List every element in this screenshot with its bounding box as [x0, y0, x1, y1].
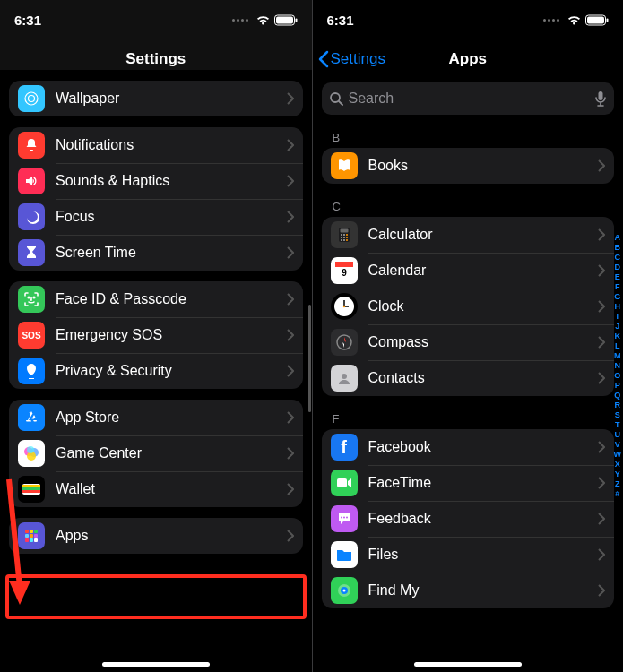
index-letter[interactable]: X — [614, 460, 622, 470]
index-letter[interactable]: G — [614, 292, 622, 302]
index-letter[interactable]: I — [614, 312, 622, 322]
index-letter[interactable]: A — [614, 233, 622, 243]
chevron-right-icon — [287, 92, 294, 105]
faceid-icon — [18, 286, 45, 313]
row-screentime[interactable]: Screen Time — [9, 235, 303, 271]
row-books[interactable]: Books — [322, 148, 615, 184]
index-letter[interactable]: M — [614, 351, 622, 361]
svg-rect-33 — [340, 229, 348, 233]
index-letter[interactable]: T — [614, 420, 622, 430]
row-label: Screen Time — [56, 245, 287, 261]
svg-marker-54 — [348, 478, 351, 487]
home-indicator[interactable] — [414, 662, 522, 667]
index-letter[interactable]: V — [614, 440, 622, 450]
index-letter[interactable]: R — [614, 401, 622, 410]
sos-icon: SOS — [18, 322, 45, 349]
row-compass[interactable]: Compass — [322, 324, 615, 360]
row-feedback[interactable]: Feedback — [322, 501, 615, 537]
home-indicator[interactable] — [102, 662, 210, 667]
svg-rect-2 — [295, 18, 297, 22]
row-label: Notifications — [56, 137, 287, 153]
index-letter[interactable]: W — [614, 450, 622, 460]
row-wallpaper[interactable]: Wallpaper — [9, 81, 303, 116]
index-letter[interactable]: N — [614, 361, 622, 371]
svg-point-60 — [342, 590, 345, 592]
row-sounds[interactable]: Sounds & Haptics — [9, 163, 303, 199]
chevron-right-icon — [598, 300, 605, 313]
row-wallet[interactable]: Wallet — [9, 471, 303, 507]
svg-point-10 — [27, 446, 34, 453]
settings-root-screen: 6:31 Settings Wallpaper — [0, 0, 312, 672]
svg-rect-14 — [22, 490, 40, 493]
group-apps: Apps — [9, 518, 303, 554]
chevron-right-icon — [598, 441, 605, 453]
index-letter[interactable]: U — [614, 430, 622, 440]
row-clock[interactable]: Clock — [322, 289, 615, 324]
back-button[interactable]: Settings — [313, 50, 385, 68]
search-input[interactable] — [349, 90, 590, 107]
row-label: Sounds & Haptics — [56, 173, 287, 189]
cellular-dots-icon — [232, 19, 248, 22]
row-label: Face ID & Passcode — [56, 291, 287, 307]
svg-rect-13 — [22, 487, 40, 490]
index-letter[interactable]: K — [614, 332, 622, 341]
svg-rect-21 — [25, 538, 29, 542]
svg-rect-27 — [587, 16, 604, 23]
group-appstore: App Store Game Center Wallet — [9, 400, 303, 507]
mic-icon[interactable] — [594, 90, 607, 107]
chevron-right-icon — [598, 584, 605, 597]
search-field[interactable] — [322, 82, 615, 115]
row-privacy[interactable]: Privacy & Security — [9, 353, 303, 389]
row-apps[interactable]: Apps — [9, 518, 303, 554]
row-calculator[interactable]: Calculator — [322, 217, 615, 253]
row-facetime[interactable]: FaceTime — [322, 465, 615, 501]
cellular-dots-icon — [543, 19, 559, 22]
wifi-icon — [255, 14, 271, 26]
index-letter[interactable]: H — [614, 302, 622, 312]
sounds-icon — [18, 168, 45, 194]
contacts-icon — [331, 365, 358, 392]
index-letter[interactable]: O — [614, 371, 622, 381]
status-time: 6:31 — [14, 13, 41, 28]
row-gamecenter[interactable]: Game Center — [9, 435, 303, 471]
index-letter[interactable]: F — [614, 282, 622, 292]
row-faceid[interactable]: Face ID & Passcode — [9, 281, 303, 317]
status-time: 6:31 — [327, 13, 354, 28]
svg-rect-23 — [34, 538, 38, 542]
notifications-icon — [18, 132, 45, 159]
index-letter[interactable]: E — [614, 272, 622, 282]
svg-rect-15 — [25, 530, 29, 533]
svg-line-30 — [339, 101, 342, 105]
index-letter[interactable]: D — [614, 263, 622, 272]
row-calendar[interactable]: 9 Calendar — [322, 253, 615, 289]
row-label: Books — [368, 158, 599, 174]
index-letter[interactable]: C — [614, 253, 622, 263]
row-files[interactable]: Files — [322, 537, 615, 573]
chevron-right-icon — [598, 477, 605, 489]
row-focus[interactable]: Focus — [9, 199, 303, 235]
svg-point-57 — [346, 517, 348, 519]
index-letter[interactable]: S — [614, 410, 622, 420]
index-letter[interactable]: Z — [614, 479, 622, 489]
svg-point-56 — [343, 517, 345, 519]
row-contacts[interactable]: Contacts — [322, 360, 615, 396]
svg-point-34 — [341, 234, 342, 236]
row-notifications[interactable]: Notifications — [9, 127, 303, 163]
index-letter[interactable]: # — [614, 489, 622, 499]
row-appstore[interactable]: App Store — [9, 400, 303, 435]
svg-text:9: 9 — [342, 268, 347, 278]
alpha-index-bar[interactable]: ABCDEFGHIJKLMNOPQRSTUVWXYZ# — [614, 233, 622, 499]
row-findmy[interactable]: Find My — [322, 573, 615, 608]
index-letter[interactable]: J — [614, 322, 622, 332]
row-sos[interactable]: SOS Emergency SOS — [9, 317, 303, 353]
scroll-indicator[interactable] — [308, 305, 311, 412]
chevron-right-icon — [287, 246, 294, 259]
svg-rect-28 — [607, 18, 609, 22]
row-facebook[interactable]: f Facebook — [322, 429, 615, 465]
index-letter[interactable]: L — [614, 341, 622, 351]
index-letter[interactable]: Q — [614, 391, 622, 401]
index-letter[interactable]: B — [614, 243, 622, 253]
chevron-right-icon — [287, 411, 294, 424]
index-letter[interactable]: P — [614, 381, 622, 391]
index-letter[interactable]: Y — [614, 470, 622, 479]
